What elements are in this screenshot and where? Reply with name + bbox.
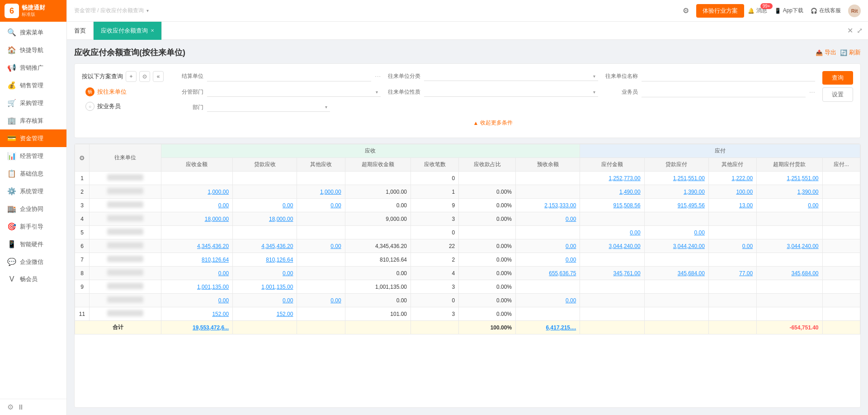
field-partner-type-select[interactable]: ▾ (424, 72, 598, 81)
cell-ar-other[interactable] (297, 212, 345, 226)
filter-collapse-btn[interactable]: ▲ 收起更多条件 (171, 115, 815, 130)
cell-ar-other[interactable] (297, 172, 345, 185)
cell-ar-prepay[interactable] (516, 185, 580, 199)
tab-home[interactable]: 首页 (67, 22, 94, 40)
cell-ap-other[interactable] (708, 280, 756, 294)
cell-ar-other[interactable] (297, 226, 345, 239)
cell-ap-other[interactable] (708, 307, 756, 321)
sidebar-item-basic[interactable]: 📋 基础信息 (0, 165, 66, 182)
cell-ap-amount[interactable]: 1,490.00 (580, 185, 644, 199)
cell-ar-other[interactable]: 0.00 (297, 294, 345, 307)
sidebar-item-hardware[interactable]: 📱 智能硬件 (0, 235, 66, 253)
field-dept2-chevron[interactable]: ▾ (325, 105, 327, 110)
cell-ar-loan[interactable]: 0.00 (233, 267, 297, 280)
cell-ar-loan[interactable] (233, 172, 297, 185)
cell-ap-loan[interactable] (644, 212, 708, 226)
cell-ar-amount[interactable]: 152.00 (161, 307, 233, 321)
cell-ap-overdue[interactable]: 1,251,551.00 (757, 172, 822, 185)
field-partner-type-chevron[interactable]: ▾ (593, 74, 595, 79)
cell-ar-loan[interactable]: 152.00 (233, 307, 297, 321)
cell-ar-other[interactable]: 1,000.00 (297, 185, 345, 199)
cell-ar-amount[interactable]: 0.00 (161, 267, 233, 280)
pause-icon[interactable]: ⏸ (17, 403, 24, 411)
cell-ap-other[interactable] (708, 212, 756, 226)
cell-ap-overdue[interactable]: 1,390.00 (757, 185, 822, 199)
cell-ar-amount[interactable]: 1,001,135.00 (161, 280, 233, 294)
cell-ap-amount[interactable]: 1,252,773.00 (580, 172, 644, 185)
refresh-btn[interactable]: 🔄 刷新 (840, 48, 861, 57)
cell-ar-other[interactable] (297, 280, 345, 294)
cell-ap-loan[interactable] (644, 253, 708, 267)
sidebar-item-inventory[interactable]: 🏢 库存核算 (0, 112, 66, 129)
field-dept2-select[interactable]: ▾ (207, 103, 330, 112)
gear-icon[interactable]: ⚙ (683, 6, 689, 15)
add-scheme-icon[interactable]: + (126, 71, 137, 82)
cell-ap-loan[interactable]: 0.00 (644, 226, 708, 239)
cell-ar-prepay[interactable]: 0.00 (516, 253, 580, 267)
cell-ar-amount[interactable]: 810,126.64 (161, 253, 233, 267)
tab-minimize-icon[interactable]: ✕ (847, 26, 853, 35)
field-settlement-input[interactable] (207, 71, 371, 81)
cell-ap-other[interactable]: 77.00 (708, 267, 756, 280)
cell-ap-loan[interactable] (644, 294, 708, 307)
field-partner-name-input[interactable] (642, 71, 815, 81)
cell-ar-prepay[interactable]: 0.00 (516, 212, 580, 226)
cell-ar-other[interactable]: 0.00 (297, 199, 345, 212)
field-dept-chevron[interactable]: ▾ (376, 90, 378, 95)
cell-ar-loan[interactable]: 0.00 (233, 294, 297, 307)
query-btn[interactable]: 查询 (822, 71, 853, 85)
cell-ap-loan[interactable]: 915,495.56 (644, 199, 708, 212)
cell-ap-other[interactable]: 13.00 (708, 199, 756, 212)
cell-ap-overdue[interactable] (757, 294, 822, 307)
cell-ar-loan[interactable]: 1,001,135.00 (233, 280, 297, 294)
cell-ar-prepay[interactable]: 2,153,333.00 (516, 199, 580, 212)
cell-ap-loan[interactable]: 1,390.00 (644, 185, 708, 199)
cell-ap-other[interactable] (708, 226, 756, 239)
cell-ar-loan[interactable]: 0.00 (233, 199, 297, 212)
cell-ap-amount[interactable] (580, 294, 644, 307)
sidebar-item-enterprise[interactable]: 🏬 企业协同 (0, 200, 66, 218)
cell-ar-amount[interactable]: 4,345,436.20 (161, 239, 233, 253)
sidebar-item-search-menu[interactable]: 🔍 搜索菜单 (0, 24, 66, 41)
cell-ar-other[interactable]: 0.00 (297, 239, 345, 253)
cell-ar-loan[interactable] (233, 226, 297, 239)
sidebar-item-wechat[interactable]: 💬 企业微信 (0, 253, 66, 271)
cell-ap-amount[interactable]: 915,508.56 (580, 199, 644, 212)
sidebar-item-sales[interactable]: 💰 销售管理 (0, 76, 66, 94)
field-partner-nature-select[interactable]: ▾ (424, 88, 598, 97)
cell-ar-amount[interactable]: 18,000.00 (161, 212, 233, 226)
cell-ar-loan[interactable]: 810,126.64 (233, 253, 297, 267)
cell-ar-loan[interactable] (233, 185, 297, 199)
breadcrumb-chevron[interactable]: ▾ (146, 8, 149, 13)
field-salesperson-input[interactable] (642, 87, 806, 97)
scheme-partner[interactable]: 畅 按往来单位 (82, 86, 164, 98)
cell-ar-prepay[interactable] (516, 172, 580, 185)
app-download-btn[interactable]: 📱 App下载 (774, 7, 803, 14)
cell-ap-other[interactable] (708, 253, 756, 267)
tab-close-icon[interactable]: ✕ (151, 28, 154, 33)
cell-ar-amount[interactable] (161, 172, 233, 185)
cell-ar-prepay[interactable]: 655,636.75 (516, 267, 580, 280)
collapse-scheme-icon[interactable]: « (153, 71, 164, 82)
tab-arbalance[interactable]: 应收应付余额查询 ✕ (94, 22, 162, 40)
cell-ar-amount[interactable]: 1,000.00 (161, 185, 233, 199)
cell-ar-amount[interactable]: 0.00 (161, 294, 233, 307)
cell-ar-prepay[interactable] (516, 226, 580, 239)
cell-ar-prepay[interactable] (516, 280, 580, 294)
field-salesperson-dots[interactable]: ··· (809, 88, 815, 96)
cell-ap-amount[interactable] (580, 212, 644, 226)
cell-ar-prepay[interactable] (516, 307, 580, 321)
cell-ap-loan[interactable]: 345,684.00 (644, 267, 708, 280)
cell-ap-amount[interactable] (580, 280, 644, 294)
cell-ap-overdue[interactable] (757, 212, 822, 226)
cell-ar-other[interactable] (297, 267, 345, 280)
cell-ap-amount[interactable]: 3,044,240.00 (580, 239, 644, 253)
cell-ap-overdue[interactable]: 345,684.00 (757, 267, 822, 280)
settings-bottom-icon[interactable]: ⚙ (7, 403, 14, 411)
footer-ar-amount[interactable]: 19,553,472,6... (161, 321, 233, 334)
settings-scheme-icon[interactable]: ⊙ (139, 71, 150, 82)
cell-ar-amount[interactable]: 0.00 (161, 199, 233, 212)
cell-ap-other[interactable] (708, 294, 756, 307)
sidebar-item-purchase[interactable]: 🛒 采购管理 (0, 94, 66, 112)
user-avatar[interactable]: Rit (848, 5, 861, 17)
